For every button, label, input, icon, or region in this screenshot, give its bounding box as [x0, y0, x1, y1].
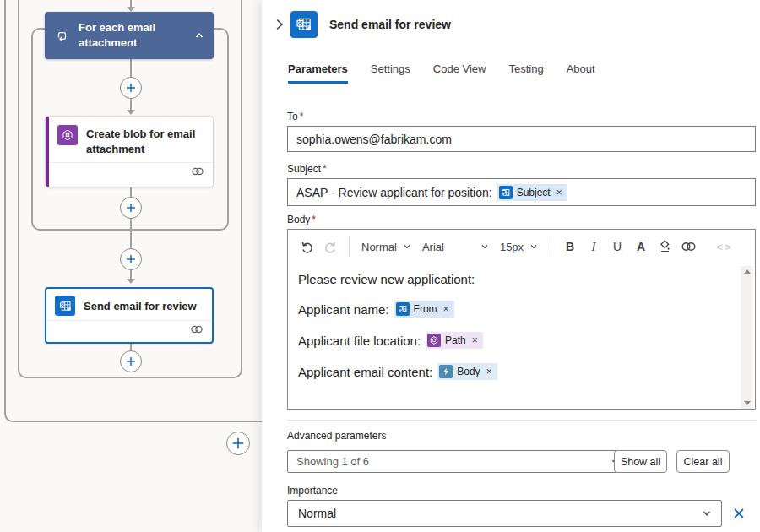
- loop-icon: [55, 29, 68, 42]
- body-line: Applicant email content: Body ×: [298, 363, 726, 380]
- editor-toolbar: Normal Arial 15px B I U A: [288, 230, 755, 263]
- add-node-button[interactable]: [226, 432, 250, 455]
- advanced-parameters-dropdown[interactable]: Showing 1 of 6: [287, 450, 629, 473]
- trigger-flash-icon: [439, 365, 453, 378]
- token-label: Body: [457, 366, 480, 377]
- required-asterisk: *: [323, 163, 327, 175]
- subject-token[interactable]: Subject ×: [497, 184, 567, 201]
- token-label: From: [414, 303, 437, 315]
- create-blob-action-card[interactable]: Create blob for email attachment: [45, 116, 214, 187]
- to-value: sophia.owens@fabrikam.com: [296, 133, 452, 146]
- connector-line: [130, 59, 132, 77]
- outlook-icon: [55, 296, 75, 316]
- from-token[interactable]: From ×: [394, 301, 454, 318]
- azure-blob-storage-icon: [427, 334, 441, 347]
- foreach-card-title: For each email attachment: [79, 20, 193, 51]
- body-editor-content[interactable]: Please review new applicationt: Applican…: [288, 263, 755, 409]
- token-remove-icon[interactable]: ×: [556, 187, 562, 198]
- panel-tabs: Parameters Settings Code View Testing Ab…: [288, 62, 595, 84]
- connector-line: [130, 344, 132, 350]
- add-action-button[interactable]: [120, 248, 142, 270]
- foreach-action-card[interactable]: For each email attachment: [45, 12, 214, 59]
- connector-line: [130, 99, 132, 110]
- add-action-button[interactable]: [120, 350, 142, 372]
- importance-dropdown[interactable]: Normal: [287, 500, 722, 527]
- scroll-down-icon[interactable]: [744, 401, 751, 405]
- path-token[interactable]: Path ×: [426, 332, 483, 349]
- remove-parameter-icon[interactable]: [731, 506, 746, 521]
- font-color-button[interactable]: A: [631, 236, 651, 258]
- token-remove-icon[interactable]: ×: [443, 303, 449, 315]
- token-label: Subject: [517, 187, 551, 198]
- toolbar-divider: [551, 237, 551, 256]
- create-blob-card-title: Create blob for email attachment: [86, 125, 204, 157]
- send-email-card-title: Send email for review: [84, 297, 197, 314]
- underline-button[interactable]: U: [607, 236, 627, 258]
- token-remove-icon[interactable]: ×: [472, 334, 478, 346]
- required-asterisk: *: [300, 111, 304, 122]
- font-size-dropdown[interactable]: 15px: [497, 236, 542, 258]
- bold-button[interactable]: B: [560, 236, 580, 258]
- collapse-panel-icon[interactable]: [272, 17, 287, 32]
- connection-icon[interactable]: [191, 166, 204, 176]
- body-line: Applicant name: From ×: [298, 301, 726, 318]
- body-label: Body*: [287, 214, 316, 225]
- code-view-button[interactable]: <>: [714, 236, 735, 258]
- connector-line: [130, 219, 132, 248]
- connector-arrow: [127, 279, 135, 284]
- card-accent-bar: [46, 117, 49, 187]
- to-input[interactable]: sophia.owens@fabrikam.com: [287, 126, 756, 152]
- chevron-down-icon: [701, 508, 713, 519]
- connector-line: [130, 0, 132, 7]
- subject-text: ASAP - Review applicant for position:: [296, 186, 492, 199]
- add-action-button[interactable]: [120, 77, 142, 99]
- azure-blob-storage-icon: [57, 125, 78, 145]
- tab-about[interactable]: About: [567, 62, 595, 84]
- send-email-action-card[interactable]: Send email for review: [45, 287, 214, 344]
- clear-all-button[interactable]: Clear all: [676, 450, 730, 473]
- tab-code-view[interactable]: Code View: [433, 62, 486, 84]
- outlook-icon: [499, 186, 513, 199]
- to-label: To*: [287, 111, 303, 122]
- highlight-color-icon[interactable]: [654, 236, 675, 258]
- toolbar-divider: [349, 237, 350, 256]
- body-rich-text-editor: Normal Arial 15px B I U A: [287, 229, 756, 410]
- token-label: Path: [445, 334, 466, 346]
- font-family-dropdown[interactable]: Arial: [419, 236, 493, 258]
- advanced-parameters-label: Advanced parameters: [287, 430, 386, 442]
- connector-arrow: [127, 110, 135, 115]
- logic-app-designer: For each email attachment: [0, 0, 760, 532]
- add-action-button[interactable]: [120, 197, 142, 219]
- link-icon[interactable]: [678, 236, 698, 258]
- action-details-panel: Send email for review Parameters Setting…: [262, 0, 760, 532]
- panel-title: Send email for review: [329, 18, 451, 31]
- chevron-down-icon: [480, 242, 490, 252]
- outlook-icon: [290, 11, 318, 38]
- advanced-parameters-value: Showing 1 of 6: [296, 455, 369, 468]
- subject-input[interactable]: ASAP - Review applicant for position: Su…: [287, 178, 756, 206]
- editor-scrollbar[interactable]: [741, 266, 753, 409]
- scroll-up-icon[interactable]: [744, 269, 751, 274]
- chevron-down-icon: [402, 242, 412, 252]
- importance-label: Importance: [287, 485, 338, 497]
- body-token[interactable]: Body ×: [437, 363, 497, 380]
- paragraph-style-dropdown[interactable]: Normal: [358, 236, 415, 258]
- outlook-icon: [396, 302, 410, 316]
- italic-button[interactable]: I: [584, 236, 604, 258]
- connector-line: [130, 187, 132, 197]
- undo-icon[interactable]: [296, 236, 317, 258]
- tab-settings[interactable]: Settings: [371, 62, 410, 84]
- chevron-up-icon[interactable]: [193, 30, 205, 41]
- workflow-canvas[interactable]: For each email attachment: [0, 0, 262, 532]
- tab-parameters[interactable]: Parameters: [288, 62, 348, 84]
- section-divider: [287, 420, 756, 421]
- body-line: Please review new applicationt:: [298, 272, 726, 286]
- token-remove-icon[interactable]: ×: [486, 366, 492, 377]
- required-asterisk: *: [312, 214, 316, 225]
- importance-value: Normal: [298, 507, 336, 520]
- redo-icon[interactable]: [320, 236, 340, 258]
- body-line: Applicant file location: Path ×: [298, 332, 726, 349]
- show-all-button[interactable]: Show all: [614, 450, 667, 473]
- connection-icon[interactable]: [190, 324, 204, 334]
- tab-testing[interactable]: Testing: [508, 62, 543, 84]
